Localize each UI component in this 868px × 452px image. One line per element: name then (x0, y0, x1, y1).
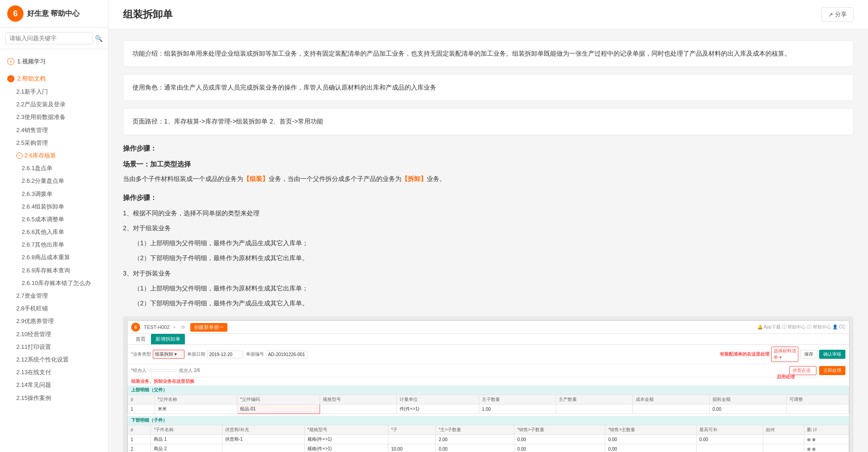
erp-confirm-btn[interactable]: 确认审核 (819, 350, 845, 359)
erp-screenshot: 6 TEST-H002 ▾ ⟳ 创建新单据一 🔔 App下载 ⓘ 帮助中心 ⓘ … (123, 316, 854, 452)
sidebar-item-beginner[interactable]: 2.1新手入门 (16, 86, 108, 98)
ops-title: 操作步骤： (123, 144, 854, 153)
erp-form-row2: *经办人 批次人 2/6 供货企业 立即处理 (127, 364, 849, 377)
sidebar-item-cost-adjust[interactable]: 2.6.5成本调整单 (22, 213, 108, 226)
erp-nav-tabs: 首页 新增拆卸单 (127, 334, 849, 345)
erp-new-btn[interactable]: 创建新单据一 (190, 323, 227, 332)
main-content: 功能介绍：组装拆卸单用来处理企业组装或拆卸等加工业务，支持有固定装配清单的产品加… (108, 29, 868, 452)
sidebar-item-coupon[interactable]: 2.9优惠券管理 (16, 315, 108, 328)
sidebar-item-data-prep[interactable]: 2.3使用前数据准备 (16, 111, 108, 124)
sidebar-item-mobile[interactable]: 2.8手机旺铺 (16, 302, 108, 315)
sidebar-logo: 6 好生意 帮助中心 (0, 0, 108, 28)
erp-topbar: 6 TEST-H002 ▾ ⟳ 创建新单据一 🔔 App下载 ⓘ 帮助中心 ⓘ … (127, 321, 849, 334)
sidebar-item-stock-query[interactable]: 2.6.9库存账本查询 (22, 264, 108, 277)
sidebar-item-other-in[interactable]: 2.6.6其他入库单 (22, 226, 108, 238)
erp-date-input[interactable]: 2019-12-20 (207, 351, 243, 358)
search-input[interactable] (5, 32, 93, 44)
erp-tab-assembly[interactable]: 新增拆卸单 (151, 334, 185, 344)
erp-type-field: *业务类型 组装拆卸 ▾ (131, 350, 184, 359)
scenario1-desc: 当由多个子件材料组装成一个成品的业务为【组装】业务，当由一个父件拆分成多个子产品… (123, 173, 854, 185)
sidebar-item-personalization[interactable]: 2.12系统个性化设置 (16, 353, 108, 366)
process-label: 启用处理 (777, 374, 795, 380)
feature-intro-text: 功能介绍：组装拆卸单用来处理企业组装或拆卸等加工业务，支持有固定装配清单的产品加… (132, 48, 844, 59)
sidebar-item-inventory-count2[interactable]: 2.6.2分量盘点单 (22, 175, 108, 187)
sidebar-item-payment[interactable]: 2.13在线支付 (16, 366, 108, 379)
table-row: 1 米米 组品-01 件(件+>1) 1.00 0.00 (128, 404, 849, 414)
erp-process-btn[interactable]: 立即处理 (819, 366, 845, 375)
erp-mock-ui: 6 TEST-H002 ▾ ⟳ 创建新单据一 🔔 App下载 ⓘ 帮助中心 ⓘ … (127, 320, 849, 452)
erp-refresh: ⟳ (181, 325, 185, 330)
minus-icon-inventory: − (16, 152, 23, 159)
user-role-card: 使用角色：通常由生产人员或库管人员完成拆装业务的操作，库管人员确认原材料的出库和… (123, 74, 854, 101)
sidebar-item-video[interactable]: + 1.视频学习 (0, 55, 108, 68)
share-icon: ↗ (828, 11, 833, 18)
step-3-1: （1）上部明细为父件明细，最终作为原材料生成其它出库单； (123, 283, 854, 294)
nav-section-1: + 1.视频学习 (0, 53, 108, 70)
erp-operator-input[interactable] (149, 369, 176, 372)
nav-sub-2: 2.1新手入门 2.2产品安装及登录 2.3使用前数据准备 2.4销售管理 2.… (0, 86, 108, 404)
assembly-switch-label: 组装业务、拆卸业务在这里切换 (131, 379, 194, 384)
feature-intro-card: 功能介绍：组装拆卸单用来处理企业组装或拆卸等加工业务，支持有固定装配清单的产品加… (123, 40, 854, 67)
sidebar-item-assembly[interactable]: 2.6.4组装拆卸单 (22, 200, 108, 213)
sidebar-item-finance[interactable]: 2.7资金管理 (16, 290, 108, 302)
step-3-2: （2）下部明细为子件明细，最终作为产成品生成其它入库单。 (123, 298, 854, 309)
ops-steps-title: 操作步骤： (123, 194, 854, 202)
erp-upper-header: 上部明细（父件） (127, 385, 849, 395)
sidebar-item-operations[interactable]: 2.10经营管理 (16, 328, 108, 341)
sidebar-item-help-docs[interactable]: − 2.帮助文档 (0, 72, 108, 86)
logo-icon: 6 (7, 5, 24, 22)
nav-section-2: − 2.帮助文档 2.1新手入门 2.2产品安装及登录 2.3使用前数据准备 2… (0, 70, 108, 406)
step-2: 2、对于组装业务 (123, 223, 854, 234)
logo-text: 好生意 帮助中心 (27, 9, 80, 19)
sidebar-item-faq[interactable]: 2.14常见问题 (16, 379, 108, 391)
sidebar-item-cost-recalc[interactable]: 2.6.8商品成本重算 (22, 251, 108, 264)
erp-annotation-row: 组装业务、拆卸业务在这里切换 启用处理 (127, 377, 849, 385)
sidebar: 6 好生意 帮助中心 🔍 + 1.视频学习 − 2.帮助文档 2.1新手入门 (0, 0, 108, 452)
erp-save-btn[interactable]: 保存 (800, 350, 817, 359)
main: 组装拆卸单 ↗ 分享 功能介绍：组装拆卸单用来处理企业组装或拆卸等加工业务，支持… (108, 0, 868, 452)
sidebar-item-install[interactable]: 2.2产品安装及登录 (16, 98, 108, 111)
step-1: 1、根据不同的业务，选择不同单据的类型来处理 (123, 208, 854, 219)
erp-date-field: 单据日期 2019-12-20 (187, 351, 243, 358)
erp-bom-label: 有装配清单的在这里处理 (720, 351, 769, 357)
erp-type-input[interactable]: 组装拆卸 ▾ (153, 350, 184, 359)
search-button[interactable]: 🔍 (95, 35, 103, 42)
user-role-text: 使用角色：通常由生产人员或库管人员完成拆装业务的操作，库管人员确认原材料的出库和… (132, 82, 844, 93)
sidebar-item-other-out[interactable]: 2.6.7其他出库单 (22, 238, 108, 251)
step-2-2: （2）下部明细为子件明细，最终作为原材料生成其它出库单。 (123, 252, 854, 264)
plus-icon-1: + (7, 58, 14, 65)
erp-lower-table: # *子件名称 供货商/补充 *规格型号 *子 *主>子数量 *销售>子数量 *… (127, 425, 849, 452)
share-button[interactable]: ↗ 分享 (821, 7, 854, 22)
sidebar-item-inventory[interactable]: − 2.6库存核算 (16, 149, 108, 162)
main-header: 组装拆卸单 ↗ 分享 (108, 0, 868, 29)
erp-lower-header: 下部明细（子件） (127, 416, 849, 425)
erp-upper-table: # *父件名称 *父件编码 规格型号 计量单位 主子数量 主产数量 成本金额 损… (127, 395, 849, 414)
erp-bom-section: 有装配清单的在这里处理 选择材料清单 ▾ 保存 确认审核 (720, 347, 845, 362)
page-path-card: 页面路径：1、库存核算->库存管理->组装拆卸单 2、首页->常用功能 (123, 108, 854, 135)
sidebar-nav: + 1.视频学习 − 2.帮助文档 2.1新手入门 2.2产品安装及登录 2.3… (0, 49, 108, 452)
erp-company: TEST-H002 (144, 324, 170, 330)
erp-logo: 6 (131, 323, 140, 332)
erp-form-row1: *业务类型 组装拆卸 ▾ 单据日期 2019-12-20 单据编号 AD-201… (127, 345, 849, 364)
erp-docno-field: 单据编号 AD-20191226-001 (246, 351, 307, 358)
sidebar-item-inventory-count[interactable]: 2.6.1盘点单 (22, 162, 108, 175)
sidebar-item-sales[interactable]: 2.4销售管理 (16, 124, 108, 137)
page-path-text: 页面路径：1、库存核算->库存管理->组装拆卸单 2、首页->常用功能 (132, 116, 844, 127)
erp-partcode-input[interactable]: 组品-01 (237, 404, 320, 414)
erp-docno-input[interactable]: AD-20191226-001 (266, 351, 307, 358)
table-row: 2 商品 2 规格(件+>1) 10.00 0.00 0.00 0.00 (128, 444, 849, 452)
step-2-1: （1）上部明细为父件明细，最终作为产成品生成其它入库单； (123, 238, 854, 249)
scenario1-title: 场景一：加工类型选择 (123, 160, 854, 169)
sidebar-item-transfer[interactable]: 2.6.3调拨单 (22, 188, 108, 200)
sidebar-search-container: 🔍 (0, 28, 108, 49)
erp-tab-home[interactable]: 首页 (131, 334, 150, 344)
sidebar-item-stock-error[interactable]: 2.6.10库存账本错了怎么办 (22, 277, 108, 290)
page-title: 组装拆卸单 (123, 8, 173, 21)
table-row: 1 商品 1 供货商-1 规格(件+>1) 2.00 0.00 0.00 0.0… (128, 435, 849, 444)
erp-bom-btn[interactable]: 选择材料清单 ▾ (771, 347, 798, 362)
sidebar-item-cases[interactable]: 2.15操作案例 (16, 392, 108, 404)
nav-sub-inventory: 2.6.1盘点单 2.6.2分量盘点单 2.6.3调拨单 2.6.4组装拆卸单 … (16, 162, 108, 290)
step-3: 3、对于拆装业务 (123, 268, 854, 279)
sidebar-item-print[interactable]: 2.11打印设置 (16, 341, 108, 353)
sidebar-item-purchase[interactable]: 2.5采购管理 (16, 137, 108, 149)
